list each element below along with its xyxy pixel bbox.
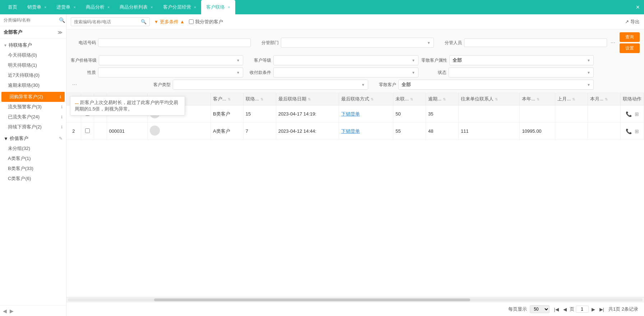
nav-customer-segment[interactable]: 客户分层经营 × <box>158 0 201 14</box>
filter-customer-level-select[interactable]: ▼ <box>273 55 418 65</box>
nav-customer-contact[interactable]: 客户联络 × <box>201 0 235 14</box>
per-page-select[interactable]: 50 100 200 <box>530 305 550 313</box>
row-2-checkbox[interactable] <box>85 128 90 133</box>
sidebar-collapse-icon[interactable]: ≫ <box>57 30 62 35</box>
page-number-input[interactable] <box>576 306 589 313</box>
row-1-call-icon[interactable]: 📞 <box>626 111 632 117</box>
sort-overdue-icon[interactable]: ⇅ <box>443 97 446 101</box>
window-close-icon[interactable]: × <box>636 4 640 11</box>
sort-unit-contact-icon[interactable]: ⇅ <box>495 97 498 101</box>
row-2-uncontact: 55 <box>393 123 426 140</box>
filter-row-1: 电话号码 分管部门 ▼ 分管人员 ··· 查询 设置 <box>71 32 640 53</box>
close-customer-segment-icon[interactable]: × <box>194 0 196 14</box>
sidebar-item-7day-contact[interactable]: 近7天待联络(0) <box>0 70 66 80</box>
my-customer-checkbox[interactable] <box>189 19 194 24</box>
filter-manager-dots[interactable]: ··· <box>609 39 617 46</box>
nav-sales-order[interactable]: 销货单 × <box>22 0 51 14</box>
row-1-last-method-link[interactable]: 下销货单 <box>341 111 360 117</box>
close-sales-order-icon[interactable]: × <box>44 0 46 14</box>
filter-retail-attr-select[interactable]: 全部 ▼ <box>449 55 594 65</box>
sidebar-item-repurchase-abnormal[interactable]: 回购异常客户(2) ℹ <box>1 92 65 102</box>
filter-price-level-select[interactable]: ▼ <box>99 55 243 65</box>
th-type[interactable]: 客户... ⇅ <box>210 93 243 105</box>
filter-dept-select[interactable]: ▼ <box>281 38 434 48</box>
th-last-method[interactable]: 最后联络方式 ⇅ <box>339 93 393 105</box>
close-customer-contact-icon[interactable]: × <box>228 0 230 14</box>
my-customer-checkbox-area: 我分管的客户 <box>189 19 223 25</box>
row-2-call-icon[interactable]: 📞 <box>626 128 632 134</box>
th-last-date[interactable]: 最后联络日期 ⇅ <box>276 93 339 105</box>
edit-icon[interactable]: ✎ <box>59 136 62 141</box>
filter-manager-input[interactable] <box>464 38 607 47</box>
sort-this-month-icon[interactable]: ⇅ <box>605 97 608 101</box>
sidebar-item-tomorrow-contact[interactable]: 明天待联络(1) <box>0 60 66 70</box>
row-1-more-icon[interactable]: ⊞ <box>635 111 639 117</box>
th-contact[interactable]: 联络... ⇅ <box>243 93 276 105</box>
row-2-last-method-link[interactable]: 下销货单 <box>341 128 360 134</box>
nav-home[interactable]: 首页 <box>3 0 22 14</box>
sort-this-year-icon[interactable]: ⇅ <box>537 97 539 101</box>
row-1-contact: 15 <box>243 105 276 123</box>
sidebar-item-overdue-contact[interactable]: 逾期未联络(30) <box>0 80 66 90</box>
search-input[interactable] <box>74 19 139 24</box>
close-product-analysis-icon[interactable]: × <box>107 0 110 14</box>
nav-purchase-order[interactable]: 进货单 × <box>51 0 80 14</box>
sidebar-value-group-header[interactable]: ▼ 价值客户 ✎ <box>0 133 66 143</box>
sidebar-group-pending-title[interactable]: ▼ 待联络客户 <box>0 40 66 50</box>
sort-contact-icon[interactable]: ⇅ <box>260 97 263 101</box>
first-page-button[interactable]: |◀ <box>552 306 560 313</box>
th-uncontact[interactable]: 未联... ⇅ <box>393 93 426 105</box>
sidebar-item-a-class[interactable]: A类客户(1) <box>0 154 66 164</box>
th-unit-contact[interactable]: 往来单位联系人 ⇅ <box>458 93 519 105</box>
sidebar-scroll-left-icon[interactable]: ◀ <box>3 308 7 314</box>
nav-product-analysis[interactable]: 商品分析 × <box>81 0 115 14</box>
filter-customer-type-select[interactable]: ▼ <box>173 80 368 90</box>
next-page-button[interactable]: ▶ <box>590 306 597 313</box>
arrow-down-value-icon: ▼ <box>4 136 8 141</box>
sort-last-date-icon[interactable]: ⇅ <box>308 97 311 101</box>
sidebar-item-churned[interactable]: 已流失客户(24) ℹ <box>0 112 66 122</box>
row-1-overdue: 35 <box>426 105 459 123</box>
sidebar-item-today-contact[interactable]: 今天待联络(0) <box>0 50 66 60</box>
toolbar: 🔍 ▼ 更多条件 ▲ 我分管的客户 ↗ 导出 <box>66 14 644 29</box>
filter-phone-input[interactable] <box>98 38 251 47</box>
more-filter-button[interactable]: ▼ 更多条件 ▲ <box>154 19 185 25</box>
row-1-last-method: 下销货单 <box>339 105 393 123</box>
sidebar-item-churn-warning[interactable]: 流失预警客户(3) ℹ <box>0 102 66 112</box>
last-page-button[interactable]: ▶| <box>598 306 606 313</box>
filter-retail-customer-select[interactable]: 全部 ▼ <box>398 80 594 90</box>
info-icon-churned: ℹ <box>61 115 62 119</box>
sidebar-item-declining[interactable]: 持续下滑客户(2) ℹ <box>0 122 66 132</box>
prev-page-button[interactable]: ◀ <box>562 306 568 313</box>
query-button[interactable]: 查询 <box>620 32 640 42</box>
sidebar-item-c-class[interactable]: C类客户(6) <box>0 174 66 184</box>
sidebar-scroll-right-icon[interactable]: ▶ <box>10 308 14 314</box>
close-product-list-icon[interactable]: × <box>150 0 153 14</box>
row-1-last-date: 2023-04-17 14:19: <box>276 105 339 123</box>
sidebar-item-ungrouped[interactable]: 未分组(32) <box>0 143 66 154</box>
filter-payment: 收付款条件 ▼ <box>246 67 418 77</box>
settings-button[interactable]: 设置 <box>620 43 640 53</box>
filter-nature-select[interactable]: ▼ <box>98 67 243 77</box>
sidebar-search-input[interactable] <box>4 18 57 23</box>
th-this-month[interactable]: 本月... ⇅ <box>588 93 621 105</box>
th-this-year[interactable]: 本年... ⇅ <box>520 93 555 105</box>
close-purchase-order-icon[interactable]: × <box>73 0 75 14</box>
nav-product-analysis-list[interactable]: 商品分析列表 × <box>115 0 158 14</box>
sidebar-search-icon[interactable]: 🔍 <box>59 17 65 23</box>
horizontal-scrollbar[interactable] <box>66 297 644 302</box>
filter-more-dots[interactable]: ··· <box>71 81 78 88</box>
sort-uncontact-icon[interactable]: ⇅ <box>410 97 413 101</box>
filter-payment-select[interactable]: ▼ <box>273 67 418 77</box>
sort-last-method-icon[interactable]: ⇅ <box>371 97 374 101</box>
export-button[interactable]: ↗ 导出 <box>625 19 640 25</box>
th-last-month[interactable]: 上月... ⇅ <box>555 93 588 105</box>
row-2-more-icon[interactable]: ⊞ <box>635 128 639 134</box>
th-overdue[interactable]: 逾期... ⇅ <box>426 93 459 105</box>
sort-last-month-icon[interactable]: ⇅ <box>572 97 575 101</box>
sort-type-icon[interactable]: ⇅ <box>228 97 231 101</box>
search-button-icon[interactable]: 🔍 <box>141 19 147 24</box>
row-1-this-month <box>588 105 621 123</box>
sidebar-item-b-class[interactable]: B类客户(33) <box>0 164 66 174</box>
filter-status-select[interactable]: ▼ <box>449 67 594 77</box>
